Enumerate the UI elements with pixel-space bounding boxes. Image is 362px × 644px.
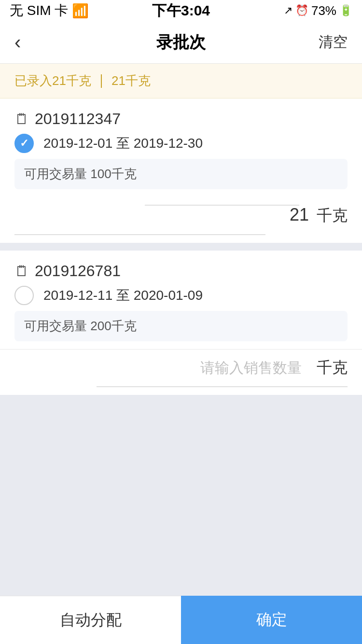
batch-2-date: 2019-12-11 至 2020-01-09	[43, 286, 203, 305]
batch-2-quantity-row[interactable]: 千克	[0, 349, 362, 386]
batch-1-date: 2019-12-01 至 2019-12-30	[43, 134, 203, 153]
batch-2-available: 可用交易量 200千克	[14, 311, 348, 341]
wifi-icon: 📶	[72, 3, 89, 19]
clear-button[interactable]: 清空	[319, 32, 348, 52]
confirm-label: 确定	[256, 609, 287, 630]
batch-1-date-row[interactable]: 2019-12-01 至 2019-12-30	[0, 132, 362, 159]
batch-2-unit: 千克	[317, 357, 348, 378]
recorded-amount: 已录入21千克	[14, 72, 91, 89]
back-button[interactable]: ‹	[14, 31, 21, 53]
section-divider	[0, 243, 362, 251]
batch-1-available: 可用交易量 100千克	[14, 159, 348, 189]
batch-1-quantity-value: 21	[290, 205, 309, 225]
nav-bar: ‹ 录批次 清空	[0, 21, 362, 64]
total-amount: 21千克	[111, 72, 151, 89]
info-banner: 已录入21千克 21千克	[0, 64, 362, 98]
battery-icon: 🔋	[339, 4, 352, 17]
banner-divider	[101, 74, 102, 88]
status-bar: 无 SIM 卡 📶 下午3:04 ↗ ⏰ 73% 🔋	[0, 0, 362, 21]
status-time: 下午3:04	[152, 1, 210, 21]
battery-info: ↗ ⏰ 73% 🔋	[284, 3, 352, 18]
battery-text: 73%	[311, 3, 336, 18]
batch-item-2: 🗒 2019126781 2019-12-11 至 2020-01-09 可用交…	[0, 251, 362, 395]
batch-1-icon: 🗒	[14, 111, 29, 127]
alarm-icon: ⏰	[295, 4, 308, 17]
batch-2-date-row[interactable]: 2019-12-11 至 2020-01-09	[0, 284, 362, 311]
batch-2-number: 2019126781	[35, 262, 121, 280]
batch-1-bottom-space	[0, 235, 362, 243]
batch-2-bottom-space	[0, 387, 362, 395]
auto-distribute-button[interactable]: 自动分配	[0, 596, 181, 644]
confirm-button[interactable]: 确定	[181, 596, 362, 644]
batch-2-icon: 🗒	[14, 263, 29, 280]
batch-2-header: 🗒 2019126781	[0, 251, 362, 284]
batch-item-1: 🗒 2019112347 2019-12-01 至 2019-12-30 可用交…	[0, 98, 362, 243]
carrier-info: 无 SIM 卡 📶	[10, 1, 89, 20]
batch-1-header: 🗒 2019112347	[0, 98, 362, 132]
batch-1-number: 2019112347	[35, 110, 121, 128]
section-divider-2	[0, 395, 362, 403]
batch-2-quantity-input[interactable]	[164, 360, 309, 376]
batch-1-quantity-unit: 千克	[317, 205, 348, 226]
location-icon: ↗	[284, 4, 292, 17]
batch-2-radio[interactable]	[14, 286, 34, 305]
carrier-text: 无 SIM 卡	[10, 1, 68, 20]
auto-distribute-label: 自动分配	[60, 610, 122, 631]
batch-1-quantity-row: 21 千克	[0, 197, 362, 234]
bottom-bar: 自动分配 确定	[0, 596, 362, 644]
batch-1-radio[interactable]	[14, 134, 34, 153]
nav-title: 录批次	[156, 31, 206, 54]
